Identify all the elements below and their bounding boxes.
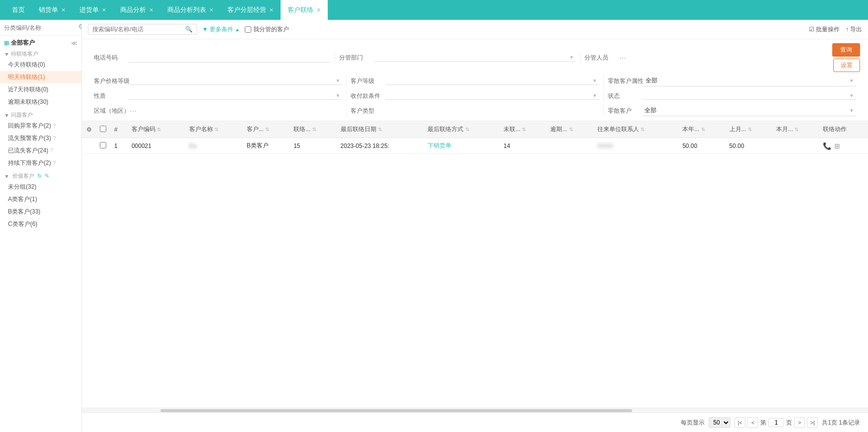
scrollbar-thumb[interactable] (160, 409, 632, 412)
sidebar-item-overdue-contact[interactable]: 逾期未联络(30) (0, 96, 81, 108)
cell-name: Ea (185, 138, 243, 154)
help-icon3: ? (50, 148, 53, 153)
my-customers-checkbox[interactable] (245, 26, 251, 33)
filter-panel: 电话号码 分管部门 ▼ 分管人员 ··· 查询 (82, 39, 868, 121)
action-icons-wrap: 📞 ⊞ (823, 142, 864, 150)
query-button[interactable]: 查询 (832, 43, 860, 57)
close-customer-contact-icon[interactable]: ✕ (316, 7, 321, 13)
sidebar-search-input[interactable] (4, 24, 78, 31)
search-icon-main[interactable]: 🔍 (185, 26, 193, 33)
retail-customer-select[interactable]: 全部 ▼ (643, 105, 856, 116)
col-no-contact[interactable]: 未联... ⇅ (500, 121, 546, 138)
manager-dots-btn[interactable]: ··· (619, 54, 627, 62)
sidebar-item-today-contact[interactable]: 今天待联络(0) (0, 59, 81, 71)
page-number-input[interactable] (768, 418, 784, 427)
nature-select[interactable]: ▼ (129, 92, 342, 100)
col-name[interactable]: 客户名称 ⇅ (185, 121, 243, 138)
payment-select[interactable]: ▼ (385, 92, 599, 100)
nav-customer-contact[interactable]: 客户联络 ✕ (281, 0, 328, 20)
page-size-select[interactable]: 50 (709, 417, 730, 428)
sidebar-item-class-b[interactable]: B类客户(33) (0, 206, 81, 218)
phone-input[interactable] (129, 53, 331, 63)
next-page-btn[interactable]: > (794, 417, 805, 428)
help-icon4: ? (53, 160, 56, 166)
col-type[interactable]: 客户... ⇅ (243, 121, 289, 138)
sidebar-item-continuous-down[interactable]: 持续下滑客户(2) ? (0, 157, 81, 169)
table-footer: 每页显示 50 |< < 第 页 > >| 共1页 1条记录 (82, 413, 868, 432)
close-analysis-table-icon[interactable]: ✕ (209, 7, 214, 13)
nav-purchase[interactable]: 进货单 ✕ (72, 0, 113, 20)
sort-last-month-icon: ⇅ (748, 127, 752, 132)
right-actions: ☑ 批量操作 ↑ 导出 (809, 25, 862, 34)
sidebar-item-unclassified[interactable]: 未分组(32) (0, 181, 81, 193)
phone-action-icon[interactable]: 📞 (823, 142, 831, 150)
filter-status: 状态 ▼ (604, 92, 860, 100)
close-customer-tier-icon[interactable]: ✕ (269, 7, 274, 13)
nav-customer-tier[interactable]: 客户分层经营 ✕ (220, 0, 281, 20)
sort-unit-contact-icon: ⇅ (641, 127, 645, 132)
table-header-row: ⚙ # 客户编码 ⇅ 客户名称 ⇅ (82, 121, 868, 138)
search-bar: 🔍 ▼ 更多条件 ▲ 我分管的客户 ☑ 批量操作 ↑ 导出 (82, 20, 868, 39)
filter-customer-grade: 客户等级 ▼ (347, 77, 603, 85)
col-action: 联络动作 (819, 121, 868, 138)
status-select[interactable]: ▼ (643, 92, 856, 100)
edit-icon[interactable]: ✎ (45, 173, 49, 179)
filter-actions: 查询 设置 (825, 43, 860, 72)
col-this-year[interactable]: 本年... ⇅ (678, 121, 725, 138)
set-button[interactable]: 设置 (833, 59, 860, 72)
nav-analysis[interactable]: 商品分析 ✕ (113, 0, 160, 20)
col-last-contact-date[interactable]: 最后联络日期 ⇅ (337, 121, 424, 138)
sidebar-item-tomorrow-contact[interactable]: 明天待联络(1) (0, 71, 81, 83)
horizontal-scrollbar[interactable] (82, 408, 868, 413)
nav-home[interactable]: 首页 (5, 0, 32, 20)
close-sales-icon[interactable]: ✕ (61, 7, 66, 13)
retail-attr-select[interactable]: 全部 ▼ (644, 75, 856, 86)
last-contact-method-link[interactable]: 下销货单 (428, 142, 451, 149)
sidebar-item-already-lost[interactable]: 已流失客户(24) ? (0, 144, 81, 157)
area-dots-btn[interactable]: ··· (130, 107, 137, 115)
col-code[interactable]: 客户编码 ⇅ (128, 121, 185, 138)
first-page-btn[interactable]: |< (734, 417, 745, 428)
cell-this-year: 50.00 (678, 138, 725, 154)
row-checkbox[interactable] (100, 142, 106, 148)
col-contact-count[interactable]: 联络... ⇅ (289, 121, 336, 138)
nav-sales[interactable]: 销货单 ✕ (32, 0, 72, 20)
dept-select[interactable]: ▼ (374, 54, 576, 62)
batch-op-btn[interactable]: ☑ 批量操作 (809, 25, 840, 34)
nav-analysis-table[interactable]: 商品分析列表 ✕ (160, 0, 220, 20)
close-purchase-icon[interactable]: ✕ (102, 7, 106, 13)
customer-grade-select[interactable]: ▼ (385, 77, 599, 85)
sort-this-month-icon: ⇅ (795, 127, 798, 132)
select-all-checkbox[interactable] (100, 126, 106, 132)
sort-type-icon: ⇅ (265, 127, 269, 132)
col-overdue[interactable]: 逾期... ⇅ (546, 121, 593, 138)
col-gear[interactable]: ⚙ (82, 121, 96, 138)
col-this-month[interactable]: 本月... ⇅ (772, 121, 819, 138)
sidebar-collapse-icon[interactable]: ≪ (71, 40, 77, 47)
cell-contact-count: 15 (289, 138, 336, 154)
customer-table: ⚙ # 客户编码 ⇅ 客户名称 ⇅ (82, 121, 868, 154)
my-customers-toggle[interactable]: 我分管的客户 (245, 25, 289, 34)
prev-page-btn[interactable]: < (747, 417, 758, 428)
filter-more-btn[interactable]: ▼ 更多条件 ▲ (202, 25, 240, 34)
col-last-month[interactable]: 上月... ⇅ (725, 121, 772, 138)
sidebar-item-class-c[interactable]: C类客户(6) (0, 218, 81, 230)
grid-action-icon[interactable]: ⊞ (834, 142, 840, 150)
close-analysis-icon[interactable]: ✕ (149, 7, 153, 13)
price-grade-select[interactable]: ▼ (130, 77, 342, 85)
refresh-icon[interactable]: ↻ (37, 173, 42, 179)
col-unit-contact[interactable]: 往来单位联系人 ⇅ (593, 121, 678, 138)
col-last-contact-method[interactable]: 最后联络方式 ⇅ (424, 121, 500, 138)
status-chevron-icon: ▼ (849, 93, 854, 98)
sidebar-item-lost-risk[interactable]: 流失预警客户(3) ? (0, 132, 81, 144)
search-input[interactable] (92, 26, 185, 33)
sidebar-item-week-contact[interactable]: 近7天待联络(0) (0, 83, 81, 96)
retail-customer-chevron-icon: ▼ (849, 108, 854, 113)
sidebar-search-icon[interactable]: 🔍 (78, 24, 82, 31)
data-table-wrap: ⚙ # 客户编码 ⇅ 客户名称 ⇅ (82, 121, 868, 408)
sidebar-item-repurchase-abnormal[interactable]: 回购异常客户(2) ? (0, 120, 81, 132)
dept-chevron-icon: ▼ (569, 55, 574, 60)
sidebar-item-class-a[interactable]: A类客户(1) (0, 193, 81, 206)
last-page-btn[interactable]: >| (807, 417, 818, 428)
export-btn[interactable]: ↑ 导出 (846, 25, 862, 34)
